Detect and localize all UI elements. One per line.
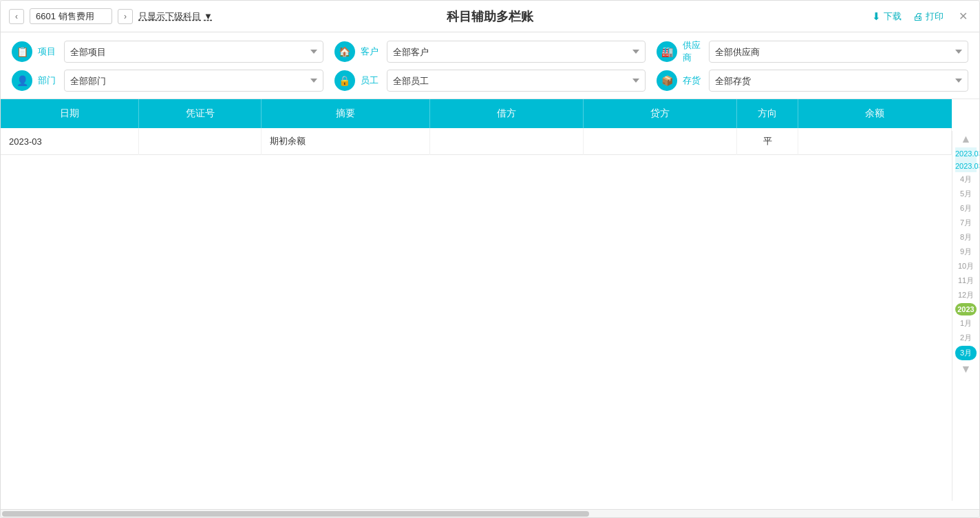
nav-next-button[interactable]: › [118, 9, 133, 24]
account-code-input[interactable] [30, 8, 112, 24]
filter-bar: 📋 项目 全部项目 🏠 客户 全部客户 🏭 供应商 全部供应商 👤 部门 全 [1, 32, 979, 99]
filter-supplier: 🏭 供应商 全部供应商 [657, 39, 968, 64]
timeline-month-6[interactable]: 6月 [952, 201, 979, 216]
download-icon: ⬇ [872, 10, 881, 23]
timeline-month-9[interactable]: 9月 [952, 245, 979, 259]
timeline-down-arrow[interactable]: ▼ [952, 361, 980, 377]
customer-icon: 🏠 [334, 41, 355, 62]
main-window: ‹ › 只显示下级科目 ▼ 科目辅助多栏账 ⬇ 下载 🖨 打印 ✕ 📋 项目 [0, 0, 980, 518]
col-voucher: 凭证号 [139, 99, 262, 128]
customer-select[interactable]: 全部客户 [387, 41, 646, 63]
supplier-select[interactable]: 全部供应商 [709, 41, 968, 63]
close-button[interactable]: ✕ [955, 8, 971, 25]
timeline-month-12[interactable]: 12月 [952, 288, 979, 302]
title-bar-right: ⬇ 下载 🖨 打印 ✕ [872, 8, 971, 25]
cell-debit [430, 128, 584, 155]
table-row: 2023-03 期初余额 平 [1, 128, 952, 155]
col-direction: 方向 [737, 99, 798, 128]
filter-employee: 🔒 员工 全部员工 [334, 70, 646, 92]
nav-prev-button[interactable]: ‹ [9, 9, 24, 24]
employee-select[interactable]: 全部员工 [387, 70, 646, 92]
project-icon: 📋 [12, 41, 32, 62]
col-date: 日期 [1, 99, 139, 128]
cell-voucher [139, 128, 262, 155]
print-button[interactable]: 🖨 打印 [913, 10, 944, 23]
show-sub-label: 只显示下级科目 [138, 10, 201, 23]
download-button[interactable]: ⬇ 下载 [872, 10, 902, 23]
department-select[interactable]: 全部部门 [64, 70, 323, 92]
timeline-month-11[interactable]: 11月 [952, 273, 979, 288]
show-sub-button[interactable]: 只显示下级科目 ▼ [138, 10, 213, 23]
inventory-icon: 📦 [657, 70, 677, 91]
timeline-month-10[interactable]: 10月 [952, 259, 979, 273]
cell-credit [584, 128, 737, 155]
title-bar-left: ‹ › 只显示下级科目 ▼ [9, 8, 213, 24]
cell-balance [798, 128, 952, 155]
timeline-month-8[interactable]: 8月 [952, 230, 979, 245]
supplier-label: 供应商 [683, 39, 703, 64]
page-title: 科目辅助多栏账 [447, 8, 533, 25]
download-label: 下载 [884, 10, 902, 23]
filter-inventory: 📦 存货 全部存货 [657, 70, 968, 92]
timeline-month-1[interactable]: 1月 [952, 316, 979, 331]
table-container: 日期 凭证号 摘要 借方 贷方 方向 余额 2023-03 期初余额 [1, 99, 979, 509]
timeline-panel: ▲ 2023.03 2023.03 4月 5月 6月 7月 8月 9月 10月 … [952, 131, 979, 501]
timeline-month-3[interactable]: 3月 [955, 346, 977, 360]
title-bar: ‹ › 只显示下级科目 ▼ 科目辅助多栏账 ⬇ 下载 🖨 打印 ✕ [1, 1, 979, 32]
col-summary: 摘要 [262, 99, 430, 128]
cell-date: 2023-03 [1, 128, 139, 155]
department-icon: 👤 [12, 70, 32, 91]
inventory-label: 存货 [683, 74, 703, 87]
timeline-month-7[interactable]: 7月 [952, 216, 979, 230]
timeline-up-arrow[interactable]: ▲ [952, 131, 980, 147]
employee-label: 员工 [361, 74, 381, 87]
cell-summary: 期初余额 [262, 128, 430, 155]
print-label: 打印 [926, 10, 944, 23]
department-label: 部门 [38, 74, 58, 87]
print-icon: 🖨 [913, 10, 923, 22]
inventory-select[interactable]: 全部存货 [709, 70, 968, 92]
timeline-range-2[interactable]: 2023.03 [955, 160, 977, 172]
employee-icon: 🔒 [334, 70, 355, 91]
timeline-month-4[interactable]: 4月 [952, 172, 979, 187]
col-balance: 余额 [798, 99, 952, 128]
ledger-table: 日期 凭证号 摘要 借方 贷方 方向 余额 2023-03 期初余额 [1, 99, 952, 155]
project-label: 项目 [38, 45, 58, 58]
timeline-range-1[interactable]: 2023.03 [955, 147, 977, 160]
scrollbar-thumb[interactable] [2, 511, 589, 517]
project-select[interactable]: 全部项目 [64, 41, 323, 63]
filter-department: 👤 部门 全部部门 [12, 70, 323, 92]
chevron-down-icon: ▼ [204, 11, 213, 21]
cell-direction: 平 [737, 128, 798, 155]
timeline-month-5[interactable]: 5月 [952, 187, 979, 201]
col-credit: 贷方 [584, 99, 737, 128]
timeline-month-2[interactable]: 2月 [952, 331, 979, 345]
supplier-icon: 🏭 [657, 41, 677, 62]
horizontal-scrollbar[interactable] [1, 509, 979, 517]
customer-label: 客户 [361, 45, 381, 58]
filter-project: 📋 项目 全部项目 [12, 39, 323, 64]
col-debit: 借方 [430, 99, 584, 128]
filter-customer: 🏠 客户 全部客户 [334, 39, 646, 64]
timeline-year-2023[interactable]: 2023 [955, 303, 977, 315]
